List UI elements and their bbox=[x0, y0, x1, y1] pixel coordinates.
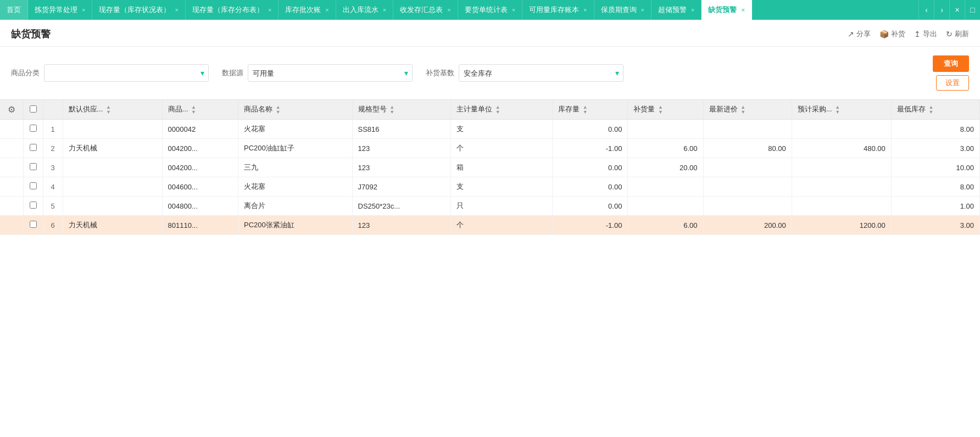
col-header-supplier[interactable]: 默认供应... ▲▼ bbox=[63, 100, 162, 120]
row-checkbox-cell-0[interactable] bbox=[23, 120, 43, 139]
nav-tab-9[interactable]: 保质期查询× bbox=[594, 0, 652, 20]
nav-tab-close-8[interactable]: × bbox=[583, 7, 587, 13]
row-checkbox-0[interactable] bbox=[30, 125, 37, 132]
share-icon: ↗ bbox=[848, 30, 854, 38]
nav-tab-1[interactable]: 拣货异常处理× bbox=[28, 0, 92, 20]
nav-tab-close-4[interactable]: × bbox=[325, 7, 328, 13]
nav-tab-close-9[interactable]: × bbox=[641, 7, 644, 13]
col-header-product-code[interactable]: 商品... ▲▼ bbox=[162, 100, 238, 120]
row-checkbox-5[interactable] bbox=[30, 221, 37, 228]
nav-tab-4[interactable]: 库存批次账× bbox=[279, 0, 336, 20]
export-button[interactable]: ↥ 导出 bbox=[914, 29, 937, 39]
datasource-filter-group: 数据源 可用量 bbox=[222, 64, 413, 82]
col-header-est-purchase[interactable]: 预计采购... ▲▼ bbox=[792, 100, 891, 120]
col-header-min-stock[interactable]: 最低库存 ▲▼ bbox=[891, 100, 979, 120]
nav-tab-0[interactable]: 首页 bbox=[0, 0, 28, 20]
row-checkbox-cell-1[interactable] bbox=[23, 139, 43, 158]
category-select-wrapper bbox=[44, 64, 209, 82]
row-spec-4: DS250*23c... bbox=[352, 197, 451, 216]
row-checkbox-4[interactable] bbox=[30, 201, 37, 209]
row-settings-3 bbox=[0, 177, 23, 197]
sort-latest-price-icon: ▲▼ bbox=[740, 105, 745, 115]
nav-tab-close-5[interactable]: × bbox=[383, 7, 386, 13]
share-button[interactable]: ↗ 分享 bbox=[848, 29, 871, 39]
nav-tab-7[interactable]: 要货单统计表× bbox=[458, 0, 522, 20]
row-latest-price-4 bbox=[703, 197, 792, 216]
main-content: 缺货预警 ↗ 分享 📦 补货 ↥ 导出 ↻ 刷新 商品分类 bbox=[0, 20, 980, 437]
nav-close-btn[interactable]: × bbox=[949, 0, 965, 20]
nav-tab-label-8: 可用量库存账本 bbox=[529, 5, 579, 15]
nav-tab-label-3: 现存量（库存分布表） bbox=[192, 5, 264, 15]
filter-actions: 查询 设置 bbox=[933, 55, 969, 91]
col-header-stock[interactable]: 库存量 ▲▼ bbox=[553, 100, 628, 120]
page-title: 缺货预警 bbox=[11, 27, 51, 41]
col-header-latest-price[interactable]: 最新进价 ▲▼ bbox=[703, 100, 792, 120]
nav-tab-10[interactable]: 超储预警× bbox=[652, 0, 701, 20]
nav-tab-2[interactable]: 现存量（库存状况表）× bbox=[92, 0, 185, 20]
nav-tab-close-2[interactable]: × bbox=[175, 7, 178, 13]
row-checkbox-cell-4[interactable] bbox=[23, 197, 43, 216]
nav-tab-6[interactable]: 收发存汇总表× bbox=[393, 0, 458, 20]
row-checkbox-2[interactable] bbox=[30, 163, 37, 170]
col-header-unit[interactable]: 主计量单位 ▲▼ bbox=[451, 100, 553, 120]
nav-tab-close-6[interactable]: × bbox=[447, 7, 450, 13]
row-checkbox-cell-3[interactable] bbox=[23, 177, 43, 197]
row-latest-price-1: 80.00 bbox=[703, 139, 792, 158]
export-label: 导出 bbox=[923, 29, 937, 39]
replenish-base-select[interactable]: 安全库存 bbox=[459, 64, 623, 82]
row-est-purchase-3 bbox=[792, 177, 891, 197]
col-supplier-label: 默认供应... bbox=[69, 105, 103, 113]
col-header-product-name[interactable]: 商品名称 ▲▼ bbox=[238, 100, 353, 120]
row-product-name-0: 火花塞 bbox=[238, 120, 353, 139]
row-product-name-2: 三九 bbox=[238, 158, 353, 177]
row-settings-4 bbox=[0, 197, 23, 216]
row-checkbox-3[interactable] bbox=[30, 182, 37, 189]
col-header-replenish[interactable]: 补货量 ▲▼ bbox=[628, 100, 703, 120]
nav-tab-label-11: 缺货预警 bbox=[708, 5, 737, 15]
category-label: 商品分类 bbox=[11, 68, 40, 78]
nav-tab-close-7[interactable]: × bbox=[512, 7, 515, 13]
row-checkbox-cell-5[interactable] bbox=[23, 216, 43, 235]
col-stock-label: 库存量 bbox=[558, 105, 580, 113]
replenish-button[interactable]: 📦 补货 bbox=[879, 29, 905, 39]
nav-tab-label-2: 现存量（库存状况表） bbox=[99, 5, 170, 15]
row-product-name-5: PC200张紧油缸 bbox=[238, 216, 353, 235]
table-settings-icon[interactable]: ⚙ bbox=[8, 104, 15, 115]
row-checkbox-cell-2[interactable] bbox=[23, 158, 43, 177]
select-all-checkbox[interactable] bbox=[30, 105, 37, 113]
settings-button[interactable]: 设置 bbox=[936, 75, 969, 91]
row-product-code-2: 004200... bbox=[162, 158, 238, 177]
row-supplier-3 bbox=[63, 177, 162, 197]
nav-scroll-right-btn[interactable]: › bbox=[934, 0, 949, 20]
row-settings-1 bbox=[0, 139, 23, 158]
row-latest-price-5: 200.00 bbox=[703, 216, 792, 235]
row-stock-2: 0.00 bbox=[553, 158, 628, 177]
nav-tab-close-11[interactable]: × bbox=[741, 7, 744, 13]
col-min-stock-label: 最低库存 bbox=[897, 105, 926, 113]
col-header-settings[interactable]: ⚙ bbox=[0, 100, 23, 120]
nav-tab-3[interactable]: 现存量（库存分布表）× bbox=[186, 0, 279, 20]
datasource-select[interactable]: 可用量 bbox=[248, 64, 413, 82]
nav-tab-8[interactable]: 可用量库存账本× bbox=[522, 0, 594, 20]
col-product-code-label: 商品... bbox=[168, 105, 188, 113]
nav-fullscreen-btn[interactable]: □ bbox=[965, 0, 980, 20]
query-button[interactable]: 查询 bbox=[933, 55, 969, 72]
nav-scroll-left-btn[interactable]: ‹ bbox=[918, 0, 934, 20]
row-stock-3: 0.00 bbox=[553, 177, 628, 197]
col-header-num bbox=[43, 100, 63, 120]
refresh-button[interactable]: ↻ 刷新 bbox=[946, 29, 969, 39]
nav-tab-close-1[interactable]: × bbox=[82, 7, 85, 13]
nav-tab-label-5: 出入库流水 bbox=[343, 5, 378, 15]
row-checkbox-1[interactable] bbox=[30, 144, 37, 151]
row-latest-price-2 bbox=[703, 158, 792, 177]
col-header-checkbox[interactable] bbox=[23, 100, 43, 120]
nav-tab-5[interactable]: 出入库流水× bbox=[336, 0, 393, 20]
row-stock-4: 0.00 bbox=[553, 197, 628, 216]
category-select[interactable] bbox=[44, 64, 209, 82]
nav-tab-11[interactable]: 缺货预警× bbox=[701, 0, 751, 20]
row-unit-3: 支 bbox=[451, 177, 553, 197]
row-spec-0: SS816 bbox=[352, 120, 451, 139]
nav-tab-close-3[interactable]: × bbox=[268, 7, 271, 13]
col-header-spec[interactable]: 规格型号 ▲▼ bbox=[352, 100, 451, 120]
nav-tab-close-10[interactable]: × bbox=[691, 7, 694, 13]
